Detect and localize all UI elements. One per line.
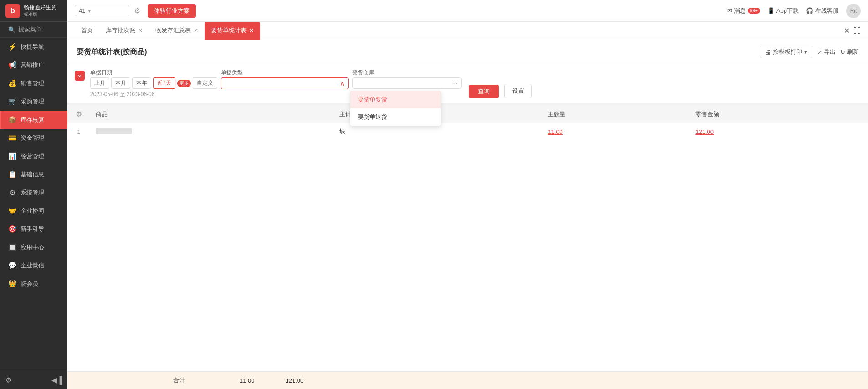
chevron-down-icon: ▾ bbox=[88, 7, 91, 14]
store-selector[interactable]: 41 ▾ bbox=[75, 5, 129, 16]
message-icon: ✉ bbox=[727, 7, 732, 14]
tab-close-icon[interactable]: ✕ bbox=[138, 28, 143, 33]
warehouse-search-input[interactable] bbox=[356, 80, 452, 87]
topbar-left: 41 ▾ ⚙ 体验行业方案 bbox=[75, 4, 727, 18]
online-service-btn[interactable]: 🎧 在线客服 bbox=[806, 7, 839, 15]
trial-btn[interactable]: 体验行业方案 bbox=[148, 4, 196, 18]
page-header: 要货单统计表(按商品) 🖨 按模板打印 ▾ ↗ 导出 ↻ 刷新 bbox=[67, 40, 868, 64]
sidebar-settings-btn[interactable]: ⚙ bbox=[5, 376, 12, 384]
warehouse-filter-label: 要货仓库 bbox=[352, 69, 462, 77]
marketing-icon: 📢 bbox=[8, 61, 17, 69]
sidebar-item-purchase[interactable]: 🛒 采购管理 bbox=[0, 92, 67, 111]
sidebar: b 畅捷通好生意 标准版 🔍 搜索菜单 ⚡ 快捷导航 📢 营销推广 💰 销售管理… bbox=[0, 0, 67, 389]
data-table: ⚙ 商品 主计量单位 主数量 零售金额 1 块 bbox=[67, 105, 868, 140]
appstore-icon: 🔲 bbox=[8, 243, 17, 251]
filter-bar: » 单据日期 上月 本月 本年 近7天 更多 自定义 2023-05-06 至 … bbox=[67, 64, 868, 103]
table-body: 1 块 11.00 121.00 bbox=[67, 123, 868, 140]
app-logo-icon: b bbox=[5, 4, 20, 18]
date-more-badge[interactable]: 更多 bbox=[177, 80, 191, 87]
table-row: 1 块 11.00 121.00 bbox=[67, 123, 868, 140]
type-filter-label: 单据类型 bbox=[221, 69, 349, 77]
chevron-down-icon: ▾ bbox=[804, 49, 807, 56]
setting-btn[interactable]: 设置 bbox=[504, 84, 532, 98]
app-download-btn[interactable]: 📱 App下载 bbox=[767, 7, 799, 15]
page-header-actions: 🖨 按模板打印 ▾ ↗ 导出 ↻ 刷新 bbox=[760, 46, 859, 64]
sidebar-logo: b 畅捷通好生意 标准版 bbox=[0, 0, 67, 22]
col-product: 商品 bbox=[90, 105, 334, 123]
page-content: 要货单统计表(按商品) 🖨 按模板打印 ▾ ↗ 导出 ↻ 刷新 » bbox=[67, 40, 868, 389]
col-amount: 零售金额 bbox=[690, 105, 868, 123]
sidebar-item-system[interactable]: ⚙ 系统管理 bbox=[0, 184, 67, 202]
tab-batch-account[interactable]: 库存批次账 ✕ bbox=[99, 22, 149, 40]
dropdown-item-return[interactable]: 要货单退货 bbox=[350, 108, 441, 126]
footer-quantity: 11.00 bbox=[240, 377, 255, 384]
finance-icon: 💳 bbox=[8, 134, 17, 142]
sidebar-item-vip[interactable]: 👑 畅会员 bbox=[0, 275, 67, 293]
sidebar-item-inventory[interactable]: 📦 库存核算 bbox=[0, 111, 67, 129]
date-custom-btn[interactable]: 自定义 bbox=[193, 77, 217, 89]
table-settings-icon[interactable]: ⚙ bbox=[76, 110, 82, 118]
purchase-icon: 🛒 bbox=[8, 97, 17, 106]
tabs-bar: 首页 库存批次账 ✕ 收发存汇总表 ✕ 要货单统计表 ✕ ✕ ⛶ bbox=[67, 22, 868, 40]
user-avatar[interactable]: Rit bbox=[846, 4, 861, 18]
table-area: ⚙ 商品 主计量单位 主数量 零售金额 1 块 bbox=[67, 105, 868, 371]
print-btn[interactable]: 🖨 按模板打印 ▾ bbox=[760, 46, 812, 58]
sidebar-collapse-btn[interactable]: ◀▐ bbox=[51, 376, 62, 384]
sidebar-item-basic[interactable]: 📋 基础信息 bbox=[0, 165, 67, 184]
warehouse-more-icon[interactable]: ··· bbox=[452, 80, 457, 87]
topbar-gear-icon[interactable]: ⚙ bbox=[134, 6, 140, 15]
vip-icon: 👑 bbox=[8, 280, 17, 288]
dropdown-item-order[interactable]: 要货单要货 bbox=[350, 91, 441, 108]
inventory-icon: 📦 bbox=[8, 116, 17, 124]
tab-close-icon[interactable]: ✕ bbox=[249, 28, 254, 33]
sidebar-item-enterprise[interactable]: 🤝 企业协同 bbox=[0, 202, 67, 220]
sidebar-item-operations[interactable]: 📊 经营管理 bbox=[0, 147, 67, 165]
tab-order-stats[interactable]: 要货单统计表 ✕ bbox=[205, 22, 260, 40]
filter-type-input[interactable]: ∧ bbox=[221, 77, 349, 89]
tab-close-icon[interactable]: ✕ bbox=[194, 28, 198, 33]
tab-summary[interactable]: 收发存汇总表 ✕ bbox=[149, 22, 205, 40]
guide-icon: 🎯 bbox=[8, 225, 17, 233]
table-footer: 合计 11.00 121.00 bbox=[67, 371, 868, 389]
sidebar-search[interactable]: 🔍 搜索菜单 bbox=[0, 22, 67, 38]
sidebar-item-sales[interactable]: 💰 销售管理 bbox=[0, 74, 67, 92]
filter-warehouse-input[interactable]: ··· bbox=[352, 77, 462, 89]
date-this-month-btn[interactable]: 本月 bbox=[111, 77, 130, 89]
phone-icon: 📱 bbox=[767, 7, 775, 14]
row-quantity[interactable]: 11.00 bbox=[542, 123, 690, 140]
messages-btn[interactable]: ✉ 消息 99+ bbox=[727, 7, 760, 15]
topbar: 41 ▾ ⚙ 体验行业方案 ✉ 消息 99+ 📱 App下载 🎧 在线客服 Ri… bbox=[67, 0, 868, 22]
print-icon: 🖨 bbox=[765, 49, 771, 56]
enterprise-icon: 🤝 bbox=[8, 207, 17, 215]
sidebar-item-quick-nav[interactable]: ⚡ 快捷导航 bbox=[0, 38, 67, 56]
date-range-display: 2023-05-06 至 2023-06-06 bbox=[90, 91, 217, 98]
tab-home[interactable]: 首页 bbox=[75, 22, 99, 40]
sidebar-item-wechat[interactable]: 💬 企业微信 bbox=[0, 256, 67, 275]
type-search-input[interactable] bbox=[225, 80, 340, 87]
sidebar-item-marketing[interactable]: 📢 营销推广 bbox=[0, 56, 67, 74]
sidebar-item-finance[interactable]: 💳 资金管理 bbox=[0, 129, 67, 147]
sidebar-item-guide[interactable]: 🎯 新手引导 bbox=[0, 220, 67, 238]
maximize-window-icon[interactable]: ⛶ bbox=[853, 27, 861, 35]
row-no: 1 bbox=[67, 123, 90, 140]
col-settings: ⚙ bbox=[67, 105, 90, 123]
headset-icon: 🎧 bbox=[806, 7, 813, 14]
page-title: 要货单统计表(按商品) bbox=[77, 47, 147, 62]
close-window-icon[interactable]: ✕ bbox=[844, 26, 850, 35]
filter-group: 单据日期 上月 本月 本年 近7天 更多 自定义 2023-05-06 至 20… bbox=[90, 69, 861, 98]
filter-expand-btn[interactable]: » bbox=[75, 71, 85, 81]
query-btn[interactable]: 查询 bbox=[469, 85, 499, 98]
wechat-icon: 💬 bbox=[8, 261, 17, 270]
sidebar-item-appstore[interactable]: 🔲 应用中心 bbox=[0, 238, 67, 256]
basic-icon: 📋 bbox=[8, 170, 17, 179]
row-amount[interactable]: 121.00 bbox=[690, 123, 868, 140]
date-last-month-btn[interactable]: 上月 bbox=[90, 77, 109, 89]
table-header-row: ⚙ 商品 主计量单位 主数量 零售金额 bbox=[67, 105, 868, 123]
sales-icon: 💰 bbox=[8, 79, 17, 87]
date-this-year-btn[interactable]: 本年 bbox=[132, 77, 151, 89]
main-area: 41 ▾ ⚙ 体验行业方案 ✉ 消息 99+ 📱 App下载 🎧 在线客服 Ri… bbox=[67, 0, 868, 389]
filter-date-row: 上月 本月 本年 近7天 更多 自定义 bbox=[90, 77, 217, 89]
date-7days-btn[interactable]: 近7天 bbox=[153, 77, 175, 89]
export-btn[interactable]: ↗ 导出 bbox=[817, 48, 836, 56]
refresh-btn[interactable]: ↻ 刷新 bbox=[840, 48, 859, 56]
